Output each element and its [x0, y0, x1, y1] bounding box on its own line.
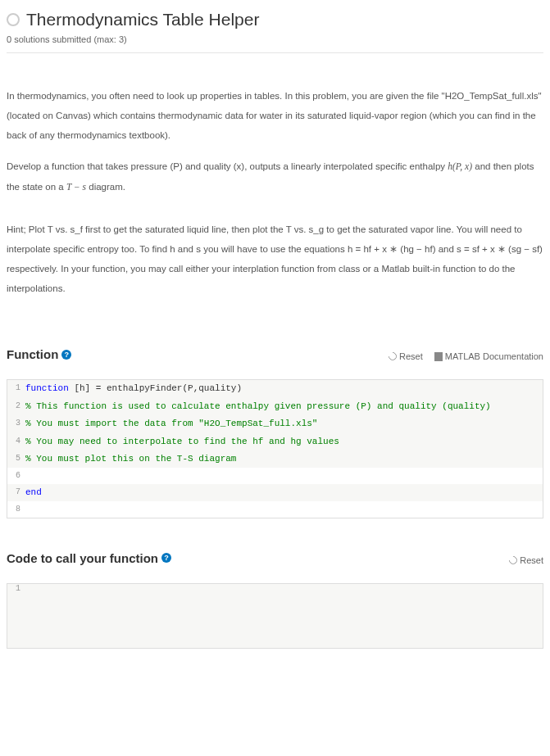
line-number: 6: [7, 468, 25, 484]
reset-icon: [387, 351, 398, 362]
equation-s: s = sf + x ∗ (sg − sf): [457, 244, 543, 254]
doc-icon: [434, 352, 443, 361]
line-number: 5: [7, 450, 25, 468]
line-number: 3: [7, 415, 25, 432]
line-number: 1: [7, 584, 25, 593]
reset-button[interactable]: Reset: [509, 555, 543, 565]
line-number: 7: [7, 484, 25, 501]
help-icon[interactable]: ?: [161, 553, 171, 563]
function-heading: Function ?: [7, 347, 71, 361]
equation-h: h = hf + x ∗ (hg − hf): [348, 244, 436, 254]
page-title: Thermodynamics Table Helper: [26, 10, 259, 29]
submission-count: 0 solutions submitted (max: 3): [7, 34, 543, 44]
call-section-header: Code to call your function ? Reset: [7, 551, 543, 565]
divider: [7, 52, 543, 53]
matlab-docs-link[interactable]: MATLAB Documentation: [434, 351, 543, 361]
help-icon[interactable]: ?: [61, 350, 71, 360]
call-actions: Reset: [509, 555, 543, 565]
line-number: 8: [7, 501, 25, 518]
function-actions: Reset MATLAB Documentation: [389, 351, 543, 361]
description-paragraph-1: In thermodynamics, you often need to loo…: [7, 86, 543, 145]
reset-button[interactable]: Reset: [389, 351, 423, 361]
function-code-editor[interactable]: 1 function [h] = enthalpyFinder(P,qualit…: [7, 379, 543, 518]
description-paragraph-2: Develop a function that takes pressure (…: [7, 156, 543, 196]
title-row: Thermodynamics Table Helper: [7, 10, 543, 29]
reset-icon: [507, 555, 519, 566]
line-number: 1: [7, 380, 25, 397]
line-number: 4: [7, 433, 25, 450]
line-number: 2: [7, 398, 25, 415]
hint-text: Hint; Plot T vs. s_f first to get the sa…: [7, 220, 543, 299]
status-circle-icon: [7, 13, 20, 26]
function-section-header: Function ? Reset MATLAB Documentation: [7, 347, 543, 361]
call-code-editor[interactable]: 1: [7, 583, 543, 649]
call-heading: Code to call your function ?: [7, 551, 171, 565]
problem-description: In thermodynamics, you often need to loo…: [7, 86, 543, 197]
